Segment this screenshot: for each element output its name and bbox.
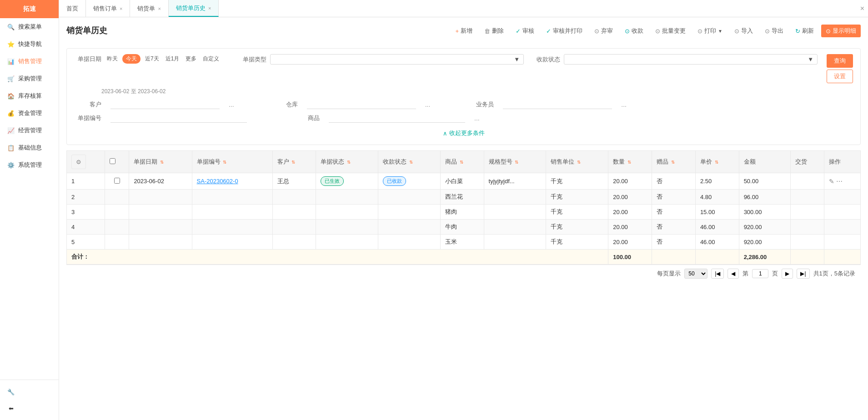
col-unit[interactable]: 销售单位 ⇅ xyxy=(546,151,608,173)
customer-input[interactable] xyxy=(110,100,220,109)
sidebar-item-label: 销售管理 xyxy=(18,57,42,65)
date-7days[interactable]: 近7天 xyxy=(143,54,161,64)
col-price[interactable]: 单价 ⇅ xyxy=(695,151,739,173)
prev-page-btn[interactable]: ◀ xyxy=(728,269,739,279)
row1-edit-btn[interactable]: ✎ xyxy=(829,178,834,185)
sidebar-item-search[interactable]: 🔍 搜索菜单 xyxy=(0,18,59,35)
col-qty-label: 数量 xyxy=(613,158,625,165)
sidebar-item-settings-bottom[interactable]: 🔧 xyxy=(0,384,59,400)
export-button[interactable]: ⊙ 导出 xyxy=(760,25,788,37)
query-button[interactable]: 查询 xyxy=(827,54,853,68)
show-details-button[interactable]: ⊙ 显示明细 xyxy=(821,25,861,37)
row4-amount: 920.00 xyxy=(739,220,790,235)
sidebar-item-inventory[interactable]: 🏠 库存核算 xyxy=(0,87,59,105)
delete-button[interactable]: 🗑 删除 xyxy=(480,25,508,37)
col-payment-status-label: 收款状态 xyxy=(383,158,406,165)
row2-doc-date xyxy=(129,190,192,205)
col-gift[interactable]: 赠品 ⇅ xyxy=(652,151,696,173)
settings-button[interactable]: 设置 xyxy=(827,70,853,83)
audit-button[interactable]: ✓ 审核 xyxy=(511,25,539,37)
sidebar-item-quicknav[interactable]: ⭐ 快捷导航 xyxy=(0,35,59,53)
row5-spec xyxy=(484,235,546,250)
sidebar-item-sales[interactable]: 📊 销售管理 xyxy=(0,53,59,70)
print-button[interactable]: ⊙ 打印 ▼ xyxy=(693,25,727,37)
tab-sales-delivery-close[interactable]: × xyxy=(158,6,161,11)
doc-no-input[interactable] xyxy=(110,114,247,123)
col-product[interactable]: 商品 ⇅ xyxy=(440,151,484,173)
select-all-checkbox[interactable] xyxy=(110,158,115,164)
show-details-label: 显示明细 xyxy=(833,27,856,35)
product-input[interactable] xyxy=(329,114,465,123)
sidebar-logo: 拓速 xyxy=(0,0,59,18)
row1-more-btn[interactable]: ⋯ xyxy=(836,178,843,185)
sidebar-bottom: 🔧 ⬅ xyxy=(0,380,59,420)
tab-sales-history-close[interactable]: × xyxy=(208,5,211,11)
tab-sales-order[interactable]: 销售订单 × xyxy=(86,0,130,17)
row1-checkbox[interactable] xyxy=(114,178,120,184)
date-yesterday[interactable]: 昨天 xyxy=(105,54,120,64)
date-more[interactable]: 更多 xyxy=(184,54,198,64)
sidebar-item-finance[interactable]: 💰 资金管理 xyxy=(0,105,59,122)
tab-home[interactable]: 首页 xyxy=(59,0,86,17)
sidebar: 拓速 🔍 搜索菜单 ⭐ 快捷导航 📊 销售管理 🛒 采购管理 🏠 库存核算 💰 … xyxy=(0,0,59,420)
collapse-button[interactable]: ∧ 收起更多条件 xyxy=(74,127,853,139)
close-all-icon[interactable]: × xyxy=(860,5,864,13)
doc-type-select[interactable]: ▼ xyxy=(270,54,524,65)
row4-unit: 千克 xyxy=(546,220,608,235)
sidebar-item-label: 库存核算 xyxy=(18,92,42,100)
col-spec[interactable]: 规格型号 ⇅ xyxy=(484,151,546,173)
col-gear[interactable]: ⚙ xyxy=(67,151,105,173)
date-1month[interactable]: 近1月 xyxy=(164,54,181,64)
per-page-select[interactable]: 50 100 200 xyxy=(684,269,707,279)
salesperson-input[interactable] xyxy=(503,100,612,109)
refresh-button[interactable]: ↻ 刷新 xyxy=(791,25,818,37)
sidebar-item-operations[interactable]: 📈 经营管理 xyxy=(0,122,59,139)
sidebar-item-basic-info[interactable]: 📋 基础信息 xyxy=(0,139,59,156)
next-page-btn[interactable]: ▶ xyxy=(782,269,793,279)
audit-label: 审核 xyxy=(522,27,534,35)
row1-product: 小白菜 xyxy=(440,173,484,190)
row1-customer: 王总 xyxy=(272,173,316,190)
col-amount: 金额 xyxy=(739,151,790,173)
date-custom[interactable]: 自定义 xyxy=(201,54,221,64)
row1-unit: 千克 xyxy=(546,173,608,190)
col-qty[interactable]: 数量 ⇅ xyxy=(608,151,652,173)
warehouse-input[interactable] xyxy=(307,100,416,109)
collect-button[interactable]: ⊙ 收款 xyxy=(620,25,648,37)
tabs-bar: 首页 销售订单 × 销货单 × 销货单历史 × × xyxy=(59,0,868,17)
salesperson-dots[interactable]: ... xyxy=(621,101,627,108)
batch-change-button[interactable]: ⊙ 批量变更 xyxy=(651,25,690,37)
tab-sales-order-close[interactable]: × xyxy=(120,6,122,11)
import-button[interactable]: ⊙ 导入 xyxy=(730,25,758,37)
payment-status-dropdown-icon: ▼ xyxy=(808,56,813,63)
warehouse-dots[interactable]: ... xyxy=(425,101,431,108)
col-product-label: 商品 xyxy=(445,158,457,165)
table-gear-icon[interactable]: ⚙ xyxy=(71,155,86,169)
sidebar-item-system[interactable]: ⚙️ 系统管理 xyxy=(0,156,59,174)
customer-dots[interactable]: ... xyxy=(229,101,234,108)
sidebar-item-purchase[interactable]: 🛒 采购管理 xyxy=(0,70,59,87)
row1-doc-no-link[interactable]: SA-20230602-0 xyxy=(197,178,238,185)
col-doc-no[interactable]: 单据编号 ⇅ xyxy=(192,151,272,173)
audit-print-label: 审核并打印 xyxy=(553,27,582,35)
abandon-icon: ⊙ xyxy=(594,28,599,35)
col-doc-date[interactable]: 单据日期 ⇅ xyxy=(129,151,192,173)
abandon-label: 弃审 xyxy=(601,27,613,35)
tab-sales-history[interactable]: 销货单历史 × xyxy=(169,0,219,17)
abandon-button[interactable]: ⊙ 弃审 xyxy=(590,25,617,37)
col-customer[interactable]: 客户 ⇅ xyxy=(272,151,316,173)
sidebar-item-collapse[interactable]: ⬅ xyxy=(0,400,59,416)
col-doc-status[interactable]: 单据状态 ⇅ xyxy=(316,151,378,173)
row5-unit: 千克 xyxy=(546,235,608,250)
product-dots[interactable]: ... xyxy=(474,115,480,122)
payment-status-select[interactable]: ▼ xyxy=(564,54,818,65)
first-page-btn[interactable]: |◀ xyxy=(711,269,724,279)
date-today[interactable]: 今天 xyxy=(122,54,140,64)
col-payment-status[interactable]: 收款状态 ⇅ xyxy=(378,151,441,173)
new-button[interactable]: + 新增 xyxy=(451,25,477,37)
delete-icon: 🗑 xyxy=(484,28,490,35)
audit-print-button[interactable]: ✓ 审核并打印 xyxy=(542,25,587,37)
last-page-btn[interactable]: ▶| xyxy=(797,269,809,279)
tab-sales-delivery[interactable]: 销货单 × xyxy=(130,0,168,17)
page-input[interactable] xyxy=(752,269,768,278)
